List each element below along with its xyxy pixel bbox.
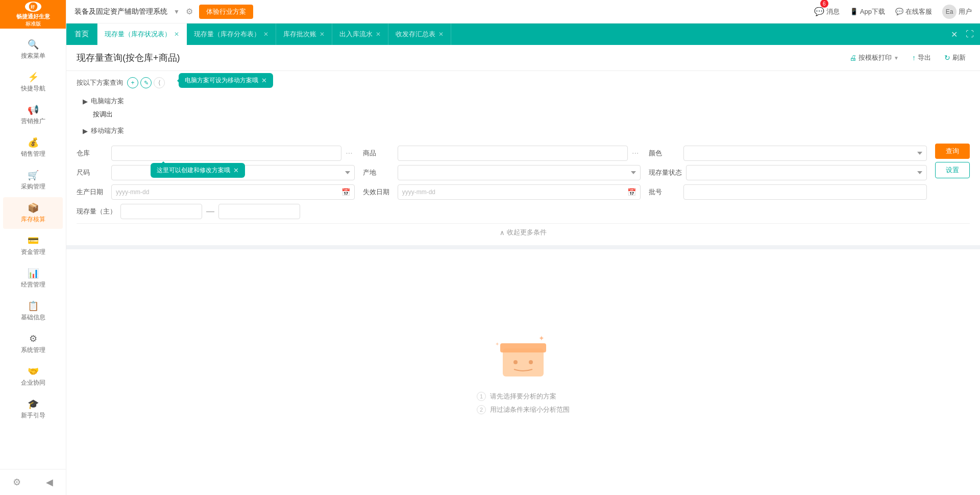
app-download-btn[interactable]: 📱 App下载 (850, 7, 885, 16)
sidebar-item-inventory[interactable]: 📦 库存核算 (3, 197, 63, 229)
empty-hint-2: 2 用过滤条件来缩小分析范围 (477, 405, 570, 414)
expiry-date-placeholder: yyyy-mm-dd (402, 188, 435, 196)
warehouse-label: 仓库 (77, 149, 107, 158)
system-dropdown-icon[interactable]: ▼ (174, 8, 180, 15)
purchase-nav-icon: 🛒 (28, 170, 39, 181)
tab-close-all-icon[interactable]: ✕ (949, 28, 960, 41)
back-schema-btn[interactable]: ⟨ (154, 77, 165, 88)
sidebar-item-purchase-label: 采购管理 (21, 182, 45, 191)
header-right: 💬 6 消息 📱 App下载 💬 在线客服 Ea 用户 (814, 5, 972, 19)
logo-text: 畅捷通好生意 (16, 13, 50, 20)
sidebar-item-guide[interactable]: 🎓 新手引导 (3, 393, 63, 425)
batch-input[interactable] (683, 184, 927, 200)
tab-expand-icon[interactable]: ⛶ (964, 28, 976, 41)
empty-illustration: ✦ ✦ (493, 331, 554, 382)
expiry-date-icon: 📅 (627, 188, 636, 196)
svg-rect-2 (503, 348, 544, 376)
print-label: 按模板打印 (859, 53, 892, 62)
filter-btn-group: 查询 设置 (927, 144, 970, 219)
tab-inventory-dist[interactable]: 现存量（库存分布表） ✕ (187, 23, 276, 45)
schema-item-adjust-label: 按调出 (93, 110, 113, 119)
tab-inventory-status[interactable]: 现存量（库存状况表） ✕ (97, 23, 187, 45)
schema-item-adjust[interactable]: 按调出 (83, 108, 970, 121)
warehouse-dots[interactable]: ··· (344, 149, 354, 158)
marketing-nav-icon: 📢 (28, 104, 39, 115)
tab-home[interactable]: 首页 (66, 23, 97, 45)
experience-btn[interactable]: 体验行业方案 (199, 5, 253, 19)
support-btn[interactable]: 💬 在线客服 (895, 7, 932, 16)
sales-nav-icon: 💰 (28, 137, 39, 148)
edit-schema-btn[interactable]: ✎ (140, 77, 152, 88)
filter-row-3: 生产日期 yyyy-mm-dd 📅 失效日期 yyyy-mm-dd 📅 (77, 184, 927, 200)
expiry-date-input[interactable]: yyyy-mm-dd 📅 (398, 184, 641, 200)
quantity-from-input[interactable] (120, 204, 202, 219)
schema-controls: + ✎ ⟨ (127, 77, 165, 88)
schema-section-pc: ▶ 电脑端方案 (83, 95, 970, 108)
refresh-btn[interactable]: ↻ 刷新 (940, 51, 970, 64)
sidebar-item-marketing[interactable]: 📢 营销推广 (3, 99, 63, 131)
tab-inventory-status-close[interactable]: ✕ (174, 31, 179, 38)
production-date-input[interactable]: yyyy-mm-dd 📅 (111, 184, 355, 200)
sidebar-item-quick[interactable]: ⚡ 快捷导航 (3, 66, 63, 98)
inventory-status-select[interactable] (686, 165, 927, 180)
settings-btn[interactable]: 设置 (935, 162, 970, 178)
sidebar-item-finance[interactable]: 💳 资金管理 (3, 230, 63, 262)
expiry-date-label: 失效日期 (363, 187, 394, 197)
tab-batch-account-close[interactable]: ✕ (320, 31, 325, 38)
product-label: 商品 (363, 149, 394, 158)
sidebar-item-enterprise[interactable]: 🤝 企业协同 (3, 361, 63, 392)
collapse-row[interactable]: ∧ 收起更多条件 (77, 223, 970, 239)
product-input[interactable] (398, 146, 628, 161)
tab-in-out-flow[interactable]: 出入库流水 ✕ (332, 23, 388, 45)
export-btn[interactable]: ↑ 导出 (908, 51, 935, 64)
sidebar-settings-btn[interactable]: ⚙ (9, 475, 25, 490)
print-btn[interactable]: 🖨 按模板打印 ▼ (845, 51, 903, 64)
sidebar-item-sales[interactable]: 💰 销售管理 (3, 132, 63, 163)
color-select[interactable] (683, 146, 927, 161)
warehouse-input[interactable] (111, 146, 341, 161)
search-btn[interactable]: 查询 (935, 144, 970, 159)
origin-select[interactable] (398, 165, 641, 180)
user-btn[interactable]: Ea 用户 (942, 5, 972, 19)
sidebar-nav: 🔍 搜索菜单 ⚡ 快捷导航 📢 营销推广 💰 销售管理 🛒 采购管理 📦 库存核… (0, 29, 66, 469)
logo-sub: 标准版 (26, 20, 41, 28)
tooltip-pc-close[interactable]: ✕ (261, 77, 267, 84)
sidebar-item-search[interactable]: 🔍 搜索菜单 (3, 34, 63, 65)
refresh-icon: ↻ (944, 54, 950, 62)
tab-inventory-dist-close[interactable]: ✕ (263, 31, 268, 38)
sidebar-item-operations[interactable]: 📊 经营管理 (3, 263, 63, 294)
tab-in-out-flow-close[interactable]: ✕ (376, 31, 381, 38)
message-icon: 💬 6 (814, 7, 824, 16)
empty-hint-1-text: 请先选择要分析的方案 (490, 392, 556, 401)
area-divider (66, 245, 980, 247)
tab-receipt-summary-close[interactable]: ✕ (438, 31, 444, 38)
inventory-status-label: 现存量状态 (649, 168, 682, 177)
quantity-to-input[interactable] (218, 204, 300, 219)
filter-row-1: 仓库 ··· 商品 ··· (77, 146, 927, 161)
system-name: 装备及固定资产辅助管理系统 (75, 7, 167, 16)
sidebar-bottom: ⚙ ◀ (0, 469, 66, 495)
product-dots[interactable]: ··· (630, 149, 641, 158)
header-settings-icon[interactable]: ⚙ (186, 7, 193, 16)
pc-section-arrow: ▶ (83, 98, 88, 105)
tab-receipt-summary[interactable]: 收发存汇总表 ✕ (388, 23, 451, 45)
empty-hint-1: 1 请先选择要分析的方案 (477, 392, 556, 401)
sidebar-item-purchase[interactable]: 🛒 采购管理 (3, 164, 63, 196)
sidebar-item-sales-label: 销售管理 (21, 150, 45, 158)
sidebar-item-system[interactable]: ⚙ 系统管理 (3, 328, 63, 360)
tab-batch-account[interactable]: 库存批次账 ✕ (276, 23, 332, 45)
messages-label: 消息 (826, 7, 840, 16)
mobile-section-label: 移动端方案 (91, 126, 124, 135)
batch-label: 批号 (649, 187, 679, 197)
empty-hints: 1 请先选择要分析的方案 2 用过滤条件来缩小分析范围 (477, 392, 570, 414)
production-date-icon: 📅 (341, 188, 350, 196)
main-area: 装备及固定资产辅助管理系统 ▼ ⚙ 体验行业方案 💬 6 消息 📱 App下载 … (66, 0, 980, 495)
svg-text:✦: ✦ (495, 341, 499, 347)
sidebar-item-basic[interactable]: 📋 基础信息 (3, 295, 63, 327)
add-schema-btn[interactable]: + (127, 77, 138, 88)
messages-btn[interactable]: 💬 6 消息 (814, 7, 840, 16)
sidebar-item-basic-label: 基础信息 (21, 313, 45, 322)
tab-batch-account-label: 库存批次账 (283, 30, 316, 39)
sidebar-collapse-btn[interactable]: ◀ (42, 475, 57, 490)
tooltip-create-close[interactable]: ✕ (233, 167, 239, 174)
